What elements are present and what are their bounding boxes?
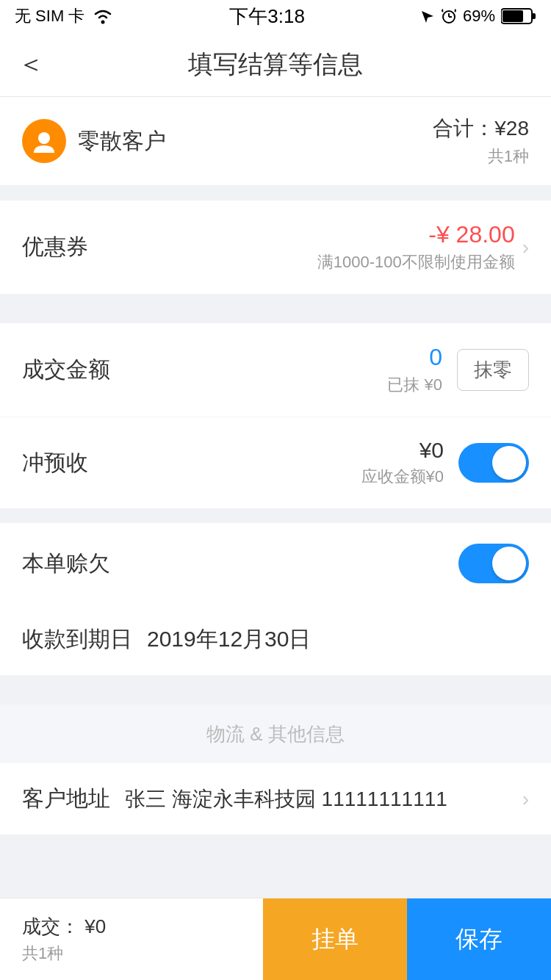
debt-toggle[interactable]: [458, 544, 529, 583]
avatar-icon: [31, 128, 57, 154]
status-bar: 无 SIM 卡 下午3:18 69%: [0, 0, 551, 32]
coupon-section: 优惠券 -¥ 28.00 满1000-100不限制使用金额 ›: [0, 201, 551, 294]
save-button[interactable]: 保存: [407, 898, 551, 980]
coupon-right: -¥ 28.00 满1000-100不限制使用金额 ›: [317, 221, 529, 273]
address-row[interactable]: 客户地址 张三 海淀永丰科技园 11111111111 ›: [0, 763, 551, 835]
address-chevron-icon: ›: [522, 788, 529, 811]
svg-point-7: [38, 132, 50, 144]
status-left: 无 SIM 卡: [15, 5, 114, 27]
prereceipt-info: ¥0 应收金额¥0: [361, 438, 444, 488]
coupon-label: 优惠券: [22, 232, 88, 262]
back-button[interactable]: ＜: [18, 46, 44, 82]
customer-name: 零散客户: [78, 126, 166, 156]
prereceipt-label: 冲预收: [22, 448, 88, 478]
due-date-row: 收款到期日 2019年12月30日: [0, 604, 551, 675]
battery-label: 69%: [463, 7, 495, 26]
deal-amount-right: 0 已抹 ¥0 抹零: [387, 344, 529, 396]
wifi-icon: [92, 8, 114, 24]
svg-point-0: [101, 21, 105, 24]
status-right: 69%: [420, 7, 536, 26]
address-section: 客户地址 张三 海淀永丰科技园 11111111111 ›: [0, 763, 551, 835]
customer-left: 零散客户: [22, 119, 166, 163]
hold-button[interactable]: 挂单: [263, 898, 407, 980]
address-label: 客户地址: [22, 784, 110, 814]
debt-row: 本单赊欠: [0, 523, 551, 604]
deal-amount-row: 成交金额 0 已抹 ¥0 抹零: [0, 323, 551, 417]
address-value: 张三 海淀永丰科技园 11111111111: [125, 785, 447, 813]
section-gap-1: [0, 309, 551, 323]
svg-rect-5: [532, 13, 536, 19]
nav-title: 填写结算等信息: [188, 48, 363, 82]
logistics-title-text: 物流 & 其他信息: [206, 721, 345, 747]
coupon-row[interactable]: 优惠券 -¥ 28.00 满1000-100不限制使用金额 ›: [0, 201, 551, 294]
customer-avatar: [22, 119, 66, 163]
customer-section: 零散客户 合计：¥28 共1种: [0, 97, 551, 186]
svg-rect-6: [503, 10, 523, 22]
bottom-deal-label: 成交： ¥0: [22, 914, 241, 940]
deal-amount-value: 0: [387, 344, 442, 371]
customer-total: 合计：¥28: [433, 115, 529, 143]
no-sim-label: 无 SIM 卡: [15, 5, 84, 27]
coupon-info: -¥ 28.00 满1000-100不限制使用金额: [317, 221, 515, 273]
location-icon: [420, 8, 435, 24]
prereceipt-amount: ¥0: [361, 438, 444, 463]
deal-amount-label: 成交金额: [22, 355, 110, 385]
debt-label: 本单赊欠: [22, 549, 110, 579]
section-gap-2: [0, 508, 551, 523]
round-zero-button[interactable]: 抹零: [457, 349, 529, 391]
due-date-label: 收款到期日: [22, 624, 132, 655]
prereceipt-toggle[interactable]: [458, 443, 529, 483]
bottom-deal-count: 共1种: [22, 943, 241, 965]
prereceipt-right: ¥0 应收金额¥0: [361, 438, 529, 488]
coupon-amount: -¥ 28.00: [317, 221, 515, 248]
deal-amount-group: 0 已抹 ¥0: [387, 344, 442, 396]
customer-count: 共1种: [433, 145, 529, 167]
prereceipt-sub: 应收金额¥0: [361, 466, 444, 488]
address-left: 客户地址 张三 海淀永丰科技园 11111111111: [22, 784, 447, 814]
alarm-icon: [441, 8, 457, 24]
prereceipt-row: 冲预收 ¥0 应收金额¥0: [0, 417, 551, 508]
main-content: 零散客户 合计：¥28 共1种 优惠券 -¥ 28.00 满1000-100不限…: [0, 97, 551, 980]
due-date-value: 2019年12月30日: [147, 624, 311, 655]
customer-row[interactable]: 零散客户 合计：¥28 共1种: [0, 97, 551, 186]
deal-amount-sub: 已抹 ¥0: [387, 374, 442, 396]
logistics-title: 物流 & 其他信息: [192, 721, 359, 747]
bottom-bar: 成交： ¥0 共1种 挂单 保存: [0, 898, 551, 980]
customer-right: 合计：¥28 共1种: [433, 115, 529, 167]
bottom-info: 成交： ¥0 共1种: [0, 898, 263, 980]
battery-icon: [501, 7, 536, 25]
coupon-desc: 满1000-100不限制使用金额: [317, 251, 515, 273]
section-gap-3: [0, 690, 551, 705]
logistics-divider: 物流 & 其他信息: [0, 705, 551, 763]
debt-section: 本单赊欠 收款到期日 2019年12月30日: [0, 523, 551, 675]
deal-section: 成交金额 0 已抹 ¥0 抹零 冲预收 ¥0 应收金额¥0: [0, 323, 551, 508]
status-time: 下午3:18: [229, 4, 305, 29]
nav-bar: ＜ 填写结算等信息: [0, 32, 551, 97]
coupon-chevron-icon: ›: [522, 236, 529, 259]
